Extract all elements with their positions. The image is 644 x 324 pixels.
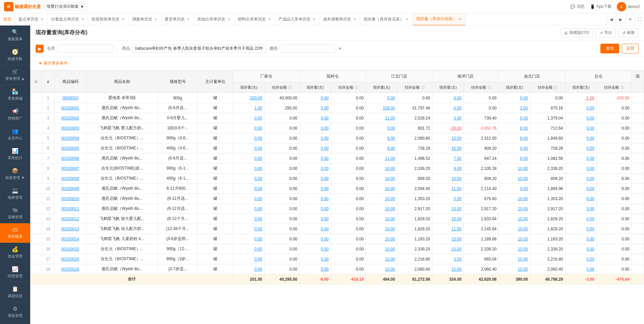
cell-total-qty[interactable]: 0.00 [565, 214, 596, 224]
info-icon[interactable]: ⓘ [288, 86, 292, 89]
close-icon[interactable]: ✕ [405, 17, 409, 22]
sidebar-item-search[interactable]: 🔍 搜索英单 [0, 26, 30, 45]
cell-jiangbei-qty[interactable]: 10.00 [366, 224, 397, 234]
nav-prev-btn[interactable]: ◀ [606, 13, 616, 26]
cell-nanan-qty[interactable]: 10.00 [432, 234, 464, 244]
cell-code[interactable]: 00100002 [54, 113, 86, 123]
cell-total-qty[interactable]: 0.00 [565, 234, 596, 244]
close-icon[interactable]: ✕ [353, 17, 357, 22]
product-input[interactable] [132, 45, 266, 53]
cell-changjiaku-qty[interactable]: 0.00 [233, 184, 264, 194]
info-icon[interactable]: ⓘ [554, 86, 557, 89]
cell-jiangbei-qty[interactable]: 10.00 [366, 244, 397, 254]
cell-total-qty[interactable]: 0.00 [565, 153, 596, 164]
cell-jiangbei-qty[interactable]: 11.00 [366, 113, 397, 123]
cell-code[interactable]: 00100006 [54, 153, 86, 164]
sidebar-item-inventory[interactable]: 🗃 库存核算 [0, 223, 30, 243]
sidebar-item-purchase[interactable]: 🛍 采购管理 [0, 204, 30, 223]
cell-jiangbei-qty[interactable]: 9.00 [366, 133, 397, 143]
cell-code[interactable]: 00100015 [54, 244, 86, 254]
sidebar-item-retail[interactable]: 🛒 零售管理 ▲ [0, 65, 30, 85]
cell-changjiaku-qty[interactable]: 0.00 [233, 194, 264, 204]
cell-lucunku-qty[interactable]: 0.00 [300, 174, 331, 184]
close-icon[interactable]: ✕ [154, 17, 158, 22]
cell-jiangbei-qty[interactable]: 10.00 [366, 194, 397, 204]
cell-total-qty[interactable]: 0.00 [565, 123, 596, 133]
cell-code[interactable]: 00100016 [54, 254, 86, 264]
sidebar-item-finance[interactable]: 💰 资金管理 [0, 243, 30, 263]
th-settings[interactable]: ⚙ [31, 71, 42, 93]
tab-home[interactable]: 首页 [0, 13, 15, 26]
cell-changjiaku-qty[interactable]: 1.00 [233, 103, 264, 113]
nav-close-btn[interactable]: ✕ [625, 13, 635, 26]
cell-nanan-qty[interactable]: 9.00 [432, 164, 464, 174]
cell-yubei-qty[interactable]: 9.00 [499, 143, 530, 153]
cell-changjiaku-qty[interactable]: 0.00 [233, 264, 264, 274]
color-input[interactable] [280, 45, 336, 53]
sidebar-item-wholesale[interactable]: 📦 批发管理 ▼ [0, 164, 30, 184]
close-icon[interactable]: ✕ [186, 17, 190, 22]
cell-lucunku-qty[interactable]: 0.00 [300, 133, 331, 143]
cell-total-qty[interactable]: 0.00 [565, 204, 596, 214]
warehouse-input[interactable] [57, 45, 113, 53]
cell-lucunku-qty[interactable]: 0.00 [300, 264, 331, 274]
cell-changjiaku-qty[interactable]: 0.00 [233, 113, 264, 123]
cell-code[interactable]: 00100011 [54, 204, 86, 214]
cell-jiangbei-qty[interactable]: 11.00 [366, 153, 397, 164]
cell-lucunku-qty[interactable]: 0.00 [300, 214, 331, 224]
cell-code[interactable]: 00100009 [54, 184, 86, 194]
cell-code[interactable]: 00100004 [54, 133, 86, 143]
cell-total-qty[interactable]: 0.00 [565, 194, 596, 204]
sidebar-item-nav[interactable]: 🧭 快捷导航 [0, 45, 30, 65]
cell-nanan-qty[interactable]: 10.00 [432, 264, 464, 274]
tab-other-out[interactable]: 其他出库单历史 ✕ [194, 13, 234, 26]
cell-changjiaku-qty[interactable]: 0.00 [233, 234, 264, 244]
cell-changjiaku-qty[interactable]: 0.00 [233, 123, 264, 133]
cell-yubei-qty[interactable]: 6.00 [499, 113, 530, 123]
cell-nanan-qty[interactable]: 10.00 [432, 214, 464, 224]
cell-yubei-qty[interactable]: 10.00 [499, 264, 530, 274]
cell-lucunku-qty[interactable]: 0.00 [300, 103, 331, 113]
color-dropdown-icon[interactable]: ▼ [338, 46, 342, 51]
cell-total-qty[interactable]: 0.00 [565, 174, 596, 184]
cell-jiangbei-qty[interactable]: 10.00 [366, 184, 397, 194]
cell-lucunku-qty[interactable]: 0.00 [300, 153, 331, 164]
message-btn[interactable]: 💬 消息 [570, 4, 585, 9]
cell-yubei-qty[interactable]: 10.00 [499, 254, 530, 264]
cell-changjiaku-qty[interactable]: 0.00 [233, 174, 264, 184]
cell-jiangbei-qty[interactable]: 10.00 [366, 214, 397, 224]
cell-lucunku-qty[interactable]: 0.00 [300, 194, 331, 204]
cell-nanan-qty[interactable]: 10.00 [432, 143, 464, 153]
cell-code[interactable]: 00100008 [54, 174, 86, 184]
cell-yubei-qty[interactable]: 9.00 [499, 184, 530, 194]
settings-button[interactable]: 设置 [622, 44, 639, 53]
cell-jiangbei-qty[interactable]: 10.00 [366, 234, 397, 244]
cell-nanan-qty[interactable]: 0.00 [432, 93, 464, 103]
cell-code[interactable]: 00100018 [54, 264, 86, 274]
cell-code[interactable]: 00100014 [54, 234, 86, 244]
warehouse-dots[interactable]: ... [115, 46, 119, 51]
cell-lucunku-qty[interactable]: 0.00 [300, 254, 331, 264]
cell-yubei-qty[interactable]: 3.00 [499, 103, 530, 113]
cell-changjiaku-qty[interactable]: 0.00 [233, 254, 264, 264]
expand-conditions-btn[interactable]: ▼ 展开更多条件 [36, 59, 639, 67]
tab-combo[interactable]: 组装拆卸单历史 ✕ [88, 13, 129, 26]
industry-selector[interactable]: 母婴行业演示陈套 ▼ [44, 3, 87, 10]
cell-yubei-qty[interactable]: 8.00 [499, 123, 530, 133]
export-btn[interactable]: ↗ 导出 [596, 28, 616, 37]
nav-expand-btn[interactable]: ⛶ [635, 13, 644, 26]
cell-lucunku-qty[interactable]: 0.00 [300, 204, 331, 214]
cell-total-qty[interactable]: 0.00 [565, 224, 596, 234]
cell-yubei-qty[interactable]: 10.00 [499, 174, 530, 184]
nav-next-btn[interactable]: ▶ [616, 13, 625, 26]
cell-lucunku-qty[interactable]: 0.00 [300, 224, 331, 234]
cell-changjiaku-qty[interactable]: 0.00 [233, 224, 264, 234]
cell-jiangbei-qty[interactable]: 9.00 [366, 123, 397, 133]
cell-code[interactable]: 00100010 [54, 194, 86, 204]
tab-cost-adjust[interactable]: 成本调整单历史 ✕ [320, 13, 360, 26]
cell-nanan-qty[interactable]: 7.00 [432, 153, 464, 164]
tab-stock-status[interactable]: 现存量（库存状况表） ✕ [360, 13, 413, 26]
cell-yubei-qty[interactable]: 0.00 [499, 93, 530, 103]
cell-total-qty[interactable]: 0.00 [565, 264, 596, 274]
tab-transfer[interactable]: 调拨单历史 ✕ [129, 13, 161, 26]
